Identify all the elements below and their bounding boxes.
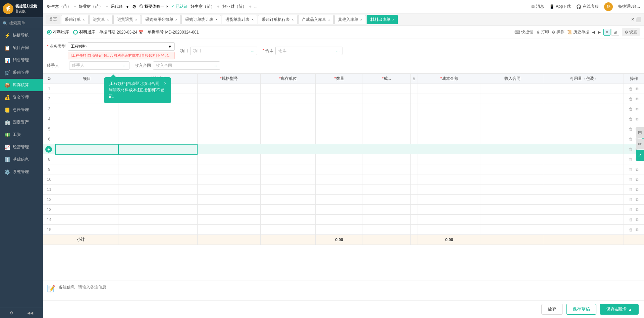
tab-close-goods-receipt[interactable]: × bbox=[107, 18, 109, 21]
right-tool-1[interactable]: ⊞ bbox=[636, 127, 644, 138]
sidebar-item-payroll[interactable]: 💵 工资 bbox=[0, 128, 43, 141]
copy-row-icon[interactable]: ⧉ bbox=[636, 207, 639, 212]
right-tool-3[interactable]: ↗ bbox=[636, 150, 644, 161]
tab-order-exec[interactable]: 采购订单执行表 × bbox=[258, 15, 298, 24]
delete-row-icon[interactable]: 🗑 bbox=[629, 137, 633, 142]
sidebar-item-inventory[interactable]: 📦 库存核算 bbox=[0, 79, 43, 91]
online-service-btn[interactable]: 🎧 在线客服 bbox=[576, 4, 599, 9]
delete-row-icon[interactable]: 🗑 bbox=[629, 217, 633, 222]
tooltip-close-btn[interactable]: × bbox=[164, 81, 166, 87]
app-download-btn[interactable]: 📱 App下载 bbox=[549, 4, 571, 9]
print-btn[interactable]: 🖨 打印 bbox=[536, 29, 549, 35]
sidebar-search[interactable]: 🔍 搜索菜单 bbox=[0, 18, 43, 29]
handler-input[interactable]: 经手人 ··· bbox=[69, 61, 129, 70]
tab-other-storage[interactable]: 其他入库单 × bbox=[334, 15, 366, 24]
delete-row-icon[interactable]: 🗑 bbox=[629, 227, 633, 232]
tab-close-purchase-order[interactable]: × bbox=[83, 18, 85, 21]
delete-row-icon[interactable]: 🗑 bbox=[629, 207, 633, 212]
copy-row-icon[interactable]: ⧉ bbox=[636, 187, 639, 192]
tab-purchase-stat[interactable]: 采购订单统计表 × bbox=[181, 15, 221, 24]
topbar-nav2[interactable]: 好业财（苗） bbox=[79, 4, 103, 9]
copy-row-icon[interactable]: ⧉ bbox=[636, 117, 639, 121]
delete-row-icon[interactable]: 🗑 bbox=[629, 107, 633, 111]
tab-goods-return[interactable]: 进货退货 × bbox=[113, 15, 141, 24]
sidebar-item-basic[interactable]: ℹ️ 基础信息 bbox=[0, 153, 43, 166]
tab-home[interactable]: 首页 bbox=[46, 15, 60, 24]
add-row-btn[interactable]: + bbox=[45, 146, 52, 153]
settings-btn[interactable]: ⚙ 设置 bbox=[622, 28, 640, 36]
tab-product-storage[interactable]: 产成品入库单 × bbox=[298, 15, 334, 24]
tab-close-order-exec[interactable]: × bbox=[292, 18, 294, 21]
tab-close-other-storage[interactable]: × bbox=[360, 18, 362, 21]
delete-row-icon[interactable]: 🗑 bbox=[629, 117, 633, 121]
view-list-btn[interactable]: ≡ bbox=[603, 29, 610, 36]
radio-material-return[interactable]: 材料退库 bbox=[73, 29, 95, 35]
business-type-select[interactable]: 工程领料 ▼ bbox=[68, 42, 175, 51]
topbar-check-icon[interactable]: ◎ 我要体验一下 bbox=[139, 4, 168, 9]
tab-close-purchase-expense[interactable]: × bbox=[175, 18, 177, 21]
topbar-nav1[interactable]: 好生意（苗） bbox=[47, 4, 71, 9]
table-container[interactable]: ⚙ 项目 *材料名称 *规格型号 *库存单位 *数量 *成... ℹ *成本金额… bbox=[43, 73, 644, 280]
copy-row-icon[interactable]: ⧉ bbox=[636, 107, 639, 111]
sidebar-item-ledger[interactable]: 📒 总账管理 bbox=[0, 104, 43, 116]
contract-input[interactable]: 收入合同 ··· bbox=[153, 61, 220, 70]
copy-row-icon[interactable]: ⧉ bbox=[636, 97, 639, 101]
tab-purchase-expense[interactable]: 采购费用分摊单 × bbox=[142, 15, 181, 24]
settings-gear-icon[interactable]: ⚙ bbox=[132, 4, 137, 9]
sidebar-item-assets[interactable]: 🏢 固定资产 bbox=[0, 116, 43, 128]
tab-goods-stat[interactable]: 进货单统计表 × bbox=[222, 15, 257, 24]
discard-btn[interactable]: 放弃 bbox=[541, 304, 563, 315]
delete-row-icon[interactable]: 🗑 bbox=[629, 187, 633, 192]
tab-close-purchase-stat[interactable]: × bbox=[215, 18, 217, 21]
tab-close-goods-stat[interactable]: × bbox=[252, 18, 254, 21]
sidebar-item-operations[interactable]: 📈 经营管理 bbox=[0, 141, 43, 153]
user-avatar[interactable]: 畅 bbox=[604, 2, 613, 11]
delete-row-icon[interactable]: 🗑 bbox=[629, 97, 633, 101]
sidebar-item-quicknav[interactable]: ⚡ 快捷导航 bbox=[0, 29, 43, 42]
save-draft-btn[interactable]: 保存草稿 bbox=[566, 304, 596, 315]
delete-row-icon[interactable]: 🗑 bbox=[629, 157, 633, 162]
tab-close-material-out[interactable]: × bbox=[392, 18, 394, 21]
sidebar-item-system[interactable]: ⚙️ 系统管理 bbox=[0, 166, 43, 178]
col-header-gear[interactable]: ⚙ bbox=[43, 74, 55, 84]
sidebar-item-sales[interactable]: 📊 销售管理 bbox=[0, 54, 43, 66]
copy-row-icon[interactable]: ⧉ bbox=[636, 227, 639, 232]
delete-row-icon[interactable]: 🗑 bbox=[629, 177, 633, 182]
notes-input[interactable] bbox=[78, 283, 640, 294]
warehouse-dots-icon[interactable]: ··· bbox=[336, 49, 339, 53]
delete-row-icon[interactable]: 🗑 bbox=[629, 197, 633, 202]
tab-material-out[interactable]: 材料出库单 × bbox=[367, 15, 398, 24]
contract-dots-icon[interactable]: ··· bbox=[214, 63, 217, 68]
history-btn[interactable]: 📜 历史单据 bbox=[567, 29, 589, 35]
sidebar-item-project[interactable]: 📋 项目合同 bbox=[0, 42, 43, 54]
tab-purchase-order[interactable]: 采购订单 × bbox=[61, 15, 89, 24]
nav-prev-icon[interactable]: ◀ bbox=[592, 30, 595, 35]
copy-row-icon[interactable]: ⧉ bbox=[636, 167, 639, 172]
operations-btn[interactable]: ⚙ 操作 bbox=[552, 29, 565, 35]
topbar-vn1[interactable]: 好生意（苗） bbox=[191, 4, 215, 9]
calendar-icon[interactable]: 📅 bbox=[139, 30, 144, 35]
handler-dots-icon[interactable]: ··· bbox=[123, 63, 126, 68]
tab-close-window[interactable]: × bbox=[631, 16, 634, 22]
radio-material-out[interactable]: 材料出库 bbox=[47, 29, 69, 35]
nav-next-icon[interactable]: ▶ bbox=[598, 30, 601, 35]
tab-restore-window[interactable]: ⬜ bbox=[636, 17, 641, 22]
delete-row-icon[interactable]: 🗑 bbox=[629, 167, 633, 172]
topbar-dropdown-icon[interactable]: ▼ bbox=[125, 4, 129, 9]
topbar-vn2[interactable]: 好业财（苗） bbox=[222, 4, 247, 9]
sidebar-collapse-icon[interactable]: ◀◀ bbox=[27, 311, 33, 315]
sidebar-item-finance[interactable]: 💰 资金管理 bbox=[0, 91, 43, 104]
sidebar-settings-icon[interactable]: ⚙ bbox=[10, 311, 13, 315]
message-btn[interactable]: ✉ 消息 bbox=[531, 4, 544, 9]
project-dots-icon[interactable]: ··· bbox=[251, 49, 254, 53]
topbar-nav3[interactable]: 易代账 bbox=[111, 4, 123, 9]
tab-close-product-storage[interactable]: × bbox=[328, 18, 330, 21]
copy-row-icon[interactable]: ⧉ bbox=[636, 197, 639, 202]
delete-row-icon[interactable]: 🗑 bbox=[629, 87, 633, 91]
topbar-vn3[interactable]: ... bbox=[254, 4, 258, 9]
project-input[interactable]: 项目 ··· bbox=[190, 47, 257, 55]
view-grid-btn[interactable]: ⊞ bbox=[611, 29, 619, 36]
sidebar-item-purchase[interactable]: 🛒 采购管理 bbox=[0, 66, 43, 79]
delete-row-icon[interactable]: 🗑 bbox=[629, 127, 633, 131]
date-value[interactable]: 2023-03-24 bbox=[117, 30, 137, 35]
